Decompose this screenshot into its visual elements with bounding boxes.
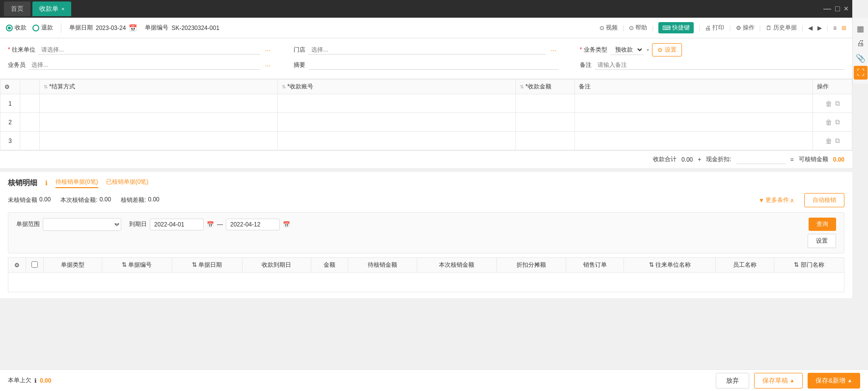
verify-stats: 未核销金额 0.00 本次核销金额: 0.00 核销差额: 0.00 ▼ 更多条…: [8, 193, 844, 207]
row-3-settlement-input[interactable]: [40, 132, 277, 150]
date-start-icon[interactable]: 📅: [207, 221, 214, 228]
save-draft-arrow[interactable]: ▲: [790, 378, 795, 383]
video-btn[interactable]: ⊙ 视频: [599, 24, 618, 32]
help-btn[interactable]: ⊙ 帮助: [629, 24, 647, 32]
tab-home[interactable]: 首页: [4, 1, 30, 16]
print-icon: 🖨: [705, 25, 711, 31]
row-1-ops: 🗑 ⧉: [813, 94, 852, 113]
due-date-start-input[interactable]: [150, 219, 204, 230]
history-btn[interactable]: 🗒 历史单据: [766, 24, 797, 32]
settings-button[interactable]: ⚙ 设置: [652, 43, 682, 56]
row-1-amount[interactable]: [516, 94, 575, 113]
row-3-account-input[interactable]: [278, 132, 515, 150]
row-2-amount-input[interactable]: [516, 113, 574, 131]
print-btn[interactable]: 🖨 打印: [705, 24, 724, 32]
row-1-copy-icon[interactable]: ⧉: [835, 99, 840, 108]
sidebar-receipt-icon[interactable]: 🖨: [854, 36, 868, 50]
row-2-account-input[interactable]: [278, 113, 515, 131]
row-3-settlement[interactable]: [40, 132, 278, 150]
select-all-checkbox[interactable]: [31, 261, 38, 268]
radio-collect[interactable]: 收款: [6, 24, 27, 32]
salesperson-more-btn[interactable]: ···: [263, 61, 273, 69]
row-3-delete-icon[interactable]: 🗑: [825, 137, 832, 145]
tab-pending[interactable]: 待核销单据(0笔): [55, 178, 98, 188]
date-end-icon[interactable]: 📅: [283, 221, 290, 228]
save-new-btn[interactable]: 保存&新增 ▲: [808, 373, 860, 389]
verify-settings-header[interactable]: ⚙: [8, 258, 26, 273]
sidebar-expand-icon[interactable]: ⛶: [854, 66, 868, 80]
table-settings-icon[interactable]: ⚙: [4, 84, 10, 90]
operations-btn[interactable]: ⚙ 操作: [736, 24, 755, 32]
row-3-amount[interactable]: [516, 132, 575, 150]
save-new-arrow[interactable]: ▲: [847, 378, 852, 383]
sidebar-table-icon[interactable]: ▦: [854, 22, 868, 35]
verify-header-row: ⚙ 单据类型 ⇅ 单据编号 ⇅ 单据日期 收款到期日 金额 待核销金额 本次核销…: [8, 258, 844, 273]
row-2-amount[interactable]: [516, 113, 575, 132]
auto-verify-btn[interactable]: 自动核销: [804, 193, 844, 207]
counterpart-input[interactable]: [38, 45, 260, 55]
plus-sign: +: [698, 156, 701, 163]
row-1-account[interactable]: [278, 94, 516, 113]
window-minimize[interactable]: —: [823, 4, 831, 13]
row-1-amount-input[interactable]: [516, 94, 574, 112]
save-draft-btn[interactable]: 保存草稿 ▲: [754, 373, 803, 389]
due-date-label: 到期日: [129, 220, 147, 228]
verify-checkbox-header[interactable]: [26, 258, 44, 273]
business-type-select[interactable]: 预收款: [610, 45, 644, 55]
tab-collection[interactable]: 收款单 ×: [32, 1, 71, 16]
footer-info-icon[interactable]: ℹ: [34, 377, 37, 384]
row-1-note[interactable]: [575, 94, 813, 113]
tab-done[interactable]: 已核销单据(0笔): [106, 178, 149, 188]
row-2-note-input[interactable]: [575, 113, 813, 131]
row-1-note-input[interactable]: [575, 94, 813, 112]
window-close[interactable]: ×: [844, 4, 848, 13]
row-2-copy-icon[interactable]: ⧉: [835, 118, 840, 126]
operations-label: 操作: [743, 24, 755, 32]
nav-next-btn[interactable]: ▶: [817, 25, 822, 31]
due-date-end-input[interactable]: [226, 219, 280, 230]
bill-no-field: 单据编号 SK-20230324-001: [145, 24, 219, 32]
view-grid-icon[interactable]: ⊞: [841, 25, 846, 31]
more-conditions-btn[interactable]: ▼ 更多条件 ∧: [759, 196, 794, 204]
verify-settings-icon[interactable]: ⚙: [14, 262, 20, 269]
view-list-icon[interactable]: ≡: [833, 25, 837, 31]
store-more-btn[interactable]: ···: [549, 46, 559, 54]
shortcut-btn[interactable]: ⌨ 快捷键: [658, 22, 694, 33]
toolbar: 收款 退款 单据日期 2023-03-24 📅 单据编号 SK-20230324…: [0, 18, 852, 38]
salesperson-input[interactable]: [28, 60, 260, 70]
dept-header: ⇅ 部门名称: [774, 258, 844, 273]
row-3-copy-icon[interactable]: ⧉: [835, 137, 840, 145]
row-2-account[interactable]: [278, 113, 516, 132]
row-2-delete-icon[interactable]: 🗑: [825, 118, 832, 126]
discount-input[interactable]: [736, 155, 786, 164]
note-input[interactable]: [595, 60, 844, 70]
store-input[interactable]: [308, 45, 546, 55]
calendar-icon[interactable]: 📅: [129, 24, 137, 32]
filter-settings-btn[interactable]: 设置: [808, 234, 836, 248]
verify-info-icon[interactable]: ℹ: [45, 179, 48, 187]
query-btn[interactable]: 查询: [809, 218, 836, 231]
row-2-note[interactable]: [575, 113, 813, 132]
nav-prev-btn[interactable]: ◀: [808, 25, 813, 31]
row-1-settlement-input[interactable]: [40, 94, 277, 112]
summary-input[interactable]: [308, 60, 558, 70]
row-1-settlement[interactable]: [40, 94, 278, 113]
window-maximize[interactable]: □: [835, 4, 840, 13]
row-2-settlement[interactable]: [40, 113, 278, 132]
row-2-settlement-input[interactable]: [40, 113, 277, 131]
row-3-account[interactable]: [278, 132, 516, 150]
bottom-table: ⚙ 单据类型 ⇅ 单据编号 ⇅ 单据日期 收款到期日 金额 待核销金额 本次核销…: [8, 257, 844, 292]
sidebar-paperclip-icon[interactable]: 📎: [854, 51, 868, 65]
counterpart-more-btn[interactable]: ···: [263, 46, 273, 54]
table-settings-header[interactable]: ⚙: [0, 80, 20, 94]
radio-refund[interactable]: 退款: [32, 24, 53, 32]
row-3-note[interactable]: [575, 132, 813, 150]
footer-right: 放弃 保存草稿 ▲ 保存&新增 ▲: [716, 373, 860, 389]
row-1-account-input[interactable]: [278, 94, 515, 112]
row-3-amount-input[interactable]: [516, 132, 574, 150]
discard-btn[interactable]: 放弃: [716, 373, 749, 389]
range-select[interactable]: [43, 218, 121, 231]
tab-close-icon[interactable]: ×: [61, 6, 64, 12]
row-3-note-input[interactable]: [575, 132, 813, 150]
row-1-delete-icon[interactable]: 🗑: [825, 100, 832, 108]
